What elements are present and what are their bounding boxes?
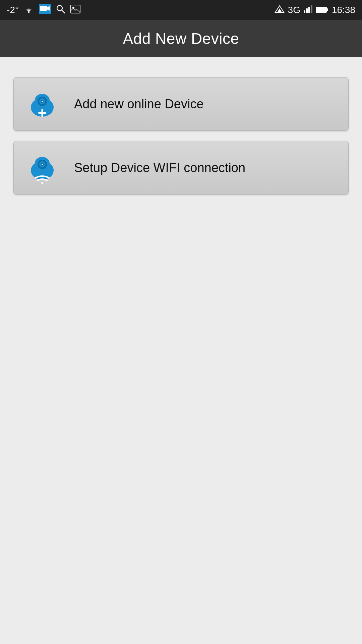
main-content: Add new online Device — [0, 57, 362, 644]
svg-rect-22 — [42, 109, 43, 117]
svg-rect-10 — [304, 10, 305, 13]
svg-rect-23 — [40, 94, 44, 96]
status-bar: -2° — [0, 0, 362, 20]
svg-rect-12 — [308, 7, 310, 13]
status-bar-right: 3G 16:38 — [275, 5, 355, 15]
setup-wifi-device-label: Setup Device WIFI connection — [74, 161, 245, 175]
svg-rect-15 — [326, 8, 328, 11]
signal-icon — [304, 5, 312, 15]
svg-rect-11 — [306, 8, 308, 13]
temperature-display: -2° — [7, 5, 19, 15]
svg-point-31 — [41, 182, 43, 184]
battery-icon — [316, 5, 328, 15]
camera-plus-icon — [24, 86, 61, 122]
app-icon — [39, 4, 51, 16]
add-online-device-label: Add new online Device — [74, 97, 204, 111]
svg-point-0 — [28, 12, 29, 13]
svg-point-24 — [42, 101, 43, 102]
network-icon — [275, 5, 285, 15]
app-bar: Add New Device — [0, 20, 362, 57]
status-bar-left: -2° — [7, 4, 80, 16]
search-icon — [56, 4, 66, 16]
time-display: 16:38 — [332, 5, 355, 15]
add-online-device-button[interactable]: Add new online Device — [13, 77, 349, 131]
image-icon — [70, 5, 80, 16]
svg-rect-2 — [40, 6, 47, 11]
svg-line-5 — [62, 10, 65, 13]
svg-marker-9 — [277, 8, 282, 12]
svg-point-30 — [42, 164, 43, 165]
camera-wifi-icon — [24, 149, 61, 186]
wifi-icon — [23, 5, 34, 16]
svg-rect-13 — [311, 5, 312, 13]
network-type: 3G — [288, 5, 300, 15]
page-title: Add New Device — [123, 30, 239, 48]
setup-wifi-device-button[interactable]: Setup Device WIFI connection — [13, 141, 349, 195]
svg-rect-32 — [40, 157, 44, 159]
svg-rect-14 — [316, 7, 326, 12]
